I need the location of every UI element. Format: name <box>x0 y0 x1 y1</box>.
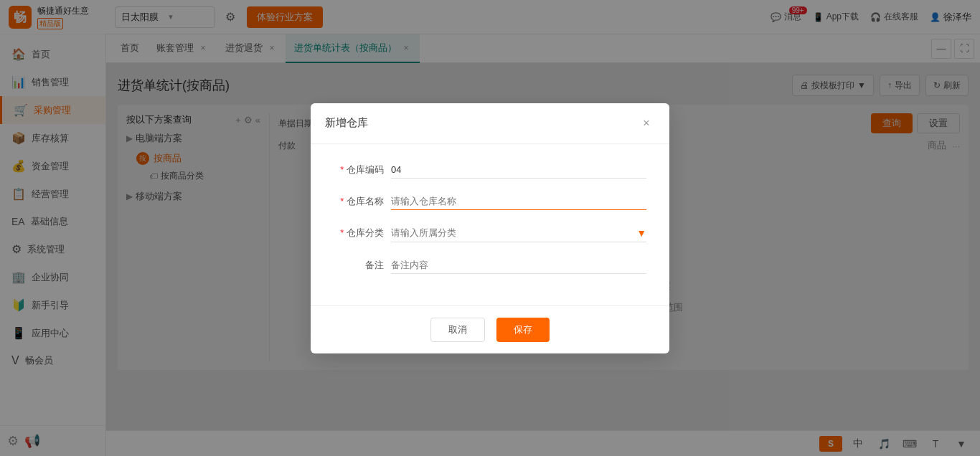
warehouse-note-row: 备注 <box>334 257 646 274</box>
modal-footer: 取消 保存 <box>311 305 669 353</box>
modal-close-button[interactable]: × <box>638 115 655 132</box>
warehouse-code-label: 仓库编码 <box>334 163 391 176</box>
warehouse-note-label: 备注 <box>334 259 391 272</box>
warehouse-name-label: 仓库名称 <box>334 195 391 208</box>
warehouse-name-row: 仓库名称 <box>334 193 646 210</box>
warehouse-category-label: 仓库分类 <box>334 227 391 239</box>
warehouse-code-row: 仓库编码 <box>334 161 646 179</box>
warehouse-name-input[interactable] <box>391 193 646 210</box>
category-dropdown-arrow: ▼ <box>636 227 646 239</box>
overlay: 新增仓库 × 仓库编码 仓库名称 仓库分类 ▼ <box>0 0 980 456</box>
new-warehouse-modal: 新增仓库 × 仓库编码 仓库名称 仓库分类 ▼ <box>311 103 669 353</box>
warehouse-code-input[interactable] <box>391 161 646 179</box>
modal-header: 新增仓库 × <box>311 103 669 144</box>
warehouse-category-select[interactable]: ▼ <box>391 224 646 242</box>
warehouse-category-row: 仓库分类 ▼ <box>334 224 646 242</box>
save-button[interactable]: 保存 <box>496 318 550 342</box>
warehouse-note-input[interactable] <box>391 257 646 274</box>
cancel-button[interactable]: 取消 <box>430 318 485 342</box>
warehouse-category-input[interactable] <box>391 227 636 238</box>
modal-title: 新增仓库 <box>325 116 368 130</box>
modal-body: 仓库编码 仓库名称 仓库分类 ▼ 备注 <box>311 144 669 305</box>
